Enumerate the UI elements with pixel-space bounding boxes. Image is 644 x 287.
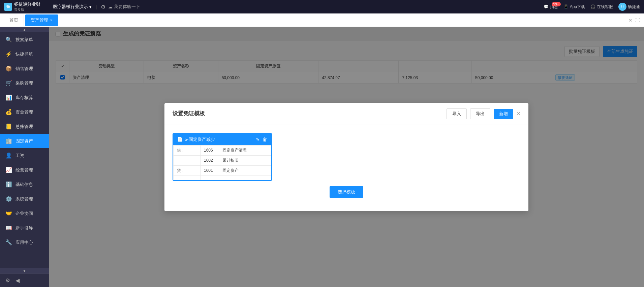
sidebar-label-basic-info: 基础信息	[16, 182, 33, 188]
sidebar-settings-icon[interactable]: ⚙	[5, 277, 10, 284]
username: 畅捷通	[628, 4, 640, 10]
template-card-header: 📄 5-固定资产减少 ✎ 🗑	[173, 134, 271, 145]
experience-label: 我要体验一下	[114, 4, 140, 10]
operations-icon: 📈	[5, 167, 12, 173]
sidebar-collapse-icon[interactable]: ◀	[16, 277, 20, 284]
search-icon: 🔍	[5, 36, 12, 43]
scroll-up-btn[interactable]: ▲	[0, 27, 49, 32]
online-service-label: 在线客服	[597, 4, 613, 10]
template-inner-table: 借： 1606 固定资产清理 1602	[173, 145, 271, 180]
sidebar-item-payroll[interactable]: 👤 工资	[0, 148, 49, 163]
window-maximize-icon[interactable]: ⛶	[635, 18, 640, 23]
tab-bar-right: ✕ ⛶	[628, 18, 640, 23]
sidebar-label-purchase: 采购管理	[16, 80, 33, 86]
content-area: 生成的凭证预览 批量凭证模板 全部生成凭证 ✓ 变动类型 资产名称	[49, 27, 644, 287]
template-row-debit2: 1602 累计折旧	[174, 155, 271, 165]
purchase-icon: 🛒	[5, 80, 12, 86]
sidebar-item-purchase[interactable]: 🛒 采购管理	[0, 76, 49, 90]
template-footer: 选择模板	[173, 181, 520, 203]
app-download-btn[interactable]: 📱 App下载	[563, 4, 585, 10]
import-button[interactable]: 导入	[447, 108, 467, 119]
template-delete-icon[interactable]: 🗑	[263, 137, 267, 142]
tab-home[interactable]: 首页	[4, 14, 24, 26]
sidebar-label-capital: 资金管理	[16, 109, 33, 115]
phone-icon: 📱	[563, 4, 569, 9]
tab-close-icon[interactable]: ×	[50, 18, 53, 23]
debit-label-1: 借：	[174, 145, 201, 155]
sidebar-label-sales: 销售管理	[16, 66, 33, 72]
fixed-assets-icon: 🏢	[5, 138, 12, 144]
credit-empty-2	[263, 165, 271, 176]
logo: 畅 畅捷通好业财 普及版	[4, 1, 53, 12]
experience-button[interactable]: ☁ 我要体验一下	[108, 4, 140, 10]
sidebar-item-search[interactable]: 🔍 搜索菜单	[0, 32, 49, 47]
template-edit-icon[interactable]: ✎	[256, 137, 260, 142]
template-row-empty	[174, 176, 271, 180]
debit-empty-2	[263, 145, 271, 155]
message-icon: 💬	[544, 4, 549, 9]
debit-name-2: 累计折旧	[219, 155, 255, 165]
sidebar-item-cooperation[interactable]: 🤝 企业协同	[0, 206, 49, 221]
new-button[interactable]: 新增	[494, 109, 513, 119]
sidebar-item-capital[interactable]: 💰 资金管理	[0, 105, 49, 119]
sales-icon: 📦	[5, 65, 12, 72]
sidebar-item-sales[interactable]: 📦 销售管理	[0, 61, 49, 76]
tab-label: 资产管理	[31, 17, 48, 23]
sidebar-item-operations[interactable]: 📈 经营管理	[0, 163, 49, 177]
credit-code-1: 1601	[201, 165, 219, 176]
template-row-credit1: 贷： 1601 固定资产	[174, 165, 271, 176]
sidebar-item-basic-info[interactable]: ℹ️ 基础信息	[0, 177, 49, 192]
sidebar-scroll: 🔍 搜索菜单 ⚡ 快捷导航 📦 销售管理 🛒 采购管理 📊 库存核算	[0, 32, 49, 268]
app-download-label: App下载	[570, 4, 585, 10]
company-name: 医疗器械行业演示	[53, 4, 88, 10]
select-template-button[interactable]: 选择模板	[330, 186, 363, 198]
sidebar-item-ledger[interactable]: 📒 总账管理	[0, 119, 49, 134]
tab-bar: 首页 资产管理 × ✕ ⛶	[0, 13, 644, 27]
debit-name-1: 固定资产清理	[219, 145, 255, 155]
sidebar-item-app-center[interactable]: 🔧 应用中心	[0, 235, 49, 250]
sidebar-label-cooperation: 企业协同	[16, 211, 33, 217]
credit-name-1: 固定资产	[219, 165, 255, 176]
sidebar-item-system[interactable]: ⚙️ 系统管理	[0, 192, 49, 206]
company-selector[interactable]: 医疗器械行业演示 ▾	[53, 4, 92, 10]
debit-empty-4	[263, 155, 271, 165]
debit-label-2	[174, 155, 201, 165]
cloud-icon: ☁	[108, 4, 113, 9]
window-minimize-icon[interactable]: ✕	[628, 18, 633, 23]
credit-label-1: 贷：	[174, 165, 201, 176]
ledger-icon: 📒	[5, 123, 12, 130]
tab-asset-management[interactable]: 资产管理 ×	[25, 14, 58, 26]
debit-empty-3	[255, 155, 263, 165]
sidebar-item-inventory[interactable]: 📊 库存核算	[0, 90, 49, 105]
template-card: 📄 5-固定资产减少 ✎ 🗑	[173, 133, 272, 181]
debit-empty-1	[255, 145, 263, 155]
chevron-up-icon: ▲	[23, 28, 26, 32]
sidebar-item-guide[interactable]: 📖 新手引导	[0, 221, 49, 235]
scroll-down-btn[interactable]: ▼	[0, 268, 49, 274]
export-button[interactable]: 导出	[470, 108, 490, 119]
modal-set-voucher-template: 设置凭证模板 导入 导出 新增 ×	[164, 103, 528, 211]
empty-cell-5	[263, 176, 271, 180]
messages-btn[interactable]: 💬 消息 99+	[544, 4, 558, 10]
guide-icon: 📖	[5, 225, 12, 231]
modal-header: 设置凭证模板 导入 导出 新增 ×	[164, 103, 528, 125]
user-profile-btn[interactable]: U 畅捷通	[618, 3, 640, 11]
chevron-down-icon: ▼	[23, 269, 26, 273]
sidebar-item-fixed-assets[interactable]: 🏢 固定资产	[0, 134, 49, 148]
empty-cell-3	[219, 176, 255, 180]
system-icon: ⚙️	[5, 196, 12, 202]
modal-overlay[interactable]: 设置凭证模板 导入 导出 新增 ×	[49, 27, 644, 287]
settings-icon[interactable]: ⚙	[101, 4, 105, 10]
sidebar-label-ledger: 总账管理	[16, 124, 33, 130]
debit-code-1: 1606	[201, 145, 219, 155]
empty-cell-1	[174, 176, 201, 180]
modal-close-button[interactable]: ×	[517, 110, 520, 117]
service-icon: 🎧	[590, 4, 595, 9]
modal-body: 📄 5-固定资产减少 ✎ 🗑	[164, 125, 528, 211]
debit-code-2: 1602	[201, 155, 219, 165]
sidebar-item-quick-nav[interactable]: ⚡ 快捷导航	[0, 47, 49, 61]
online-service-btn[interactable]: 🎧 在线客服	[590, 4, 613, 10]
logo-icon: 畅	[4, 3, 12, 11]
app-center-icon: 🔧	[5, 239, 12, 246]
template-card-header-left: 📄 5-固定资产减少	[177, 136, 215, 142]
